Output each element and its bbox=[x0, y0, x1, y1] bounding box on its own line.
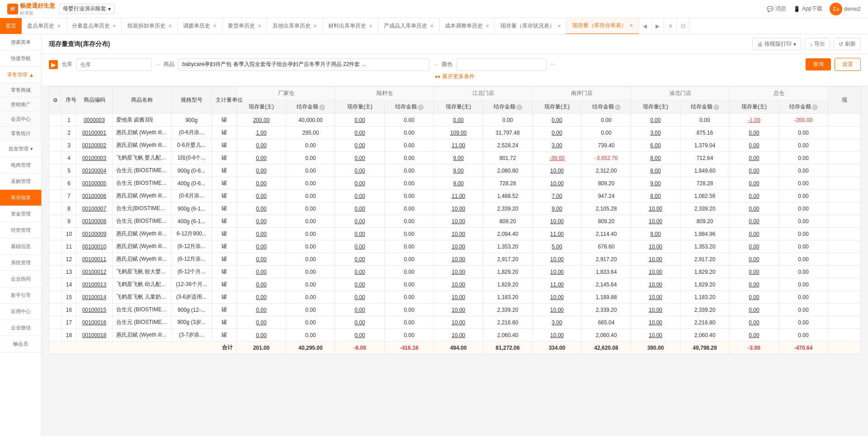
table-cell[interactable]: 10.00 bbox=[631, 329, 680, 342]
table-cell[interactable]: 0.00 bbox=[237, 240, 286, 253]
code-link[interactable]: 00100002 bbox=[76, 139, 113, 152]
tab-assemble[interactable]: 组装拆卸单历史 ✕ bbox=[122, 18, 178, 34]
sidebar-item-quicknav[interactable]: 快捷导航 bbox=[0, 51, 41, 67]
table-cell[interactable]: 10.00 bbox=[631, 240, 680, 253]
table-cell[interactable]: 200.00 bbox=[237, 114, 286, 127]
code-link[interactable]: 00100005 bbox=[76, 177, 113, 190]
table-cell[interactable]: 10.00 bbox=[631, 215, 680, 228]
tab-close-all-btn[interactable]: ✕ bbox=[664, 18, 677, 34]
table-cell[interactable]: 0.00 bbox=[730, 190, 779, 202]
store-selector[interactable]: 母婴行业演示陈套 ▾ bbox=[59, 4, 115, 14]
table-cell[interactable]: 0.00 bbox=[730, 139, 779, 152]
table-cell[interactable]: 11.00 bbox=[434, 139, 483, 152]
sidebar-item-inventory[interactable]: 库存核算 bbox=[0, 190, 41, 206]
table-cell[interactable]: 0.00 bbox=[335, 139, 385, 152]
table-cell[interactable]: 10.00 bbox=[533, 291, 582, 304]
query-btn[interactable]: 查询 bbox=[806, 58, 831, 70]
warehouse-input[interactable] bbox=[76, 58, 152, 71]
setting-btn[interactable]: 设置 bbox=[835, 58, 861, 71]
table-cell[interactable]: 0.00 bbox=[237, 164, 286, 177]
table-cell[interactable]: 10.00 bbox=[434, 278, 483, 291]
table-cell[interactable]: 0.00 bbox=[335, 190, 385, 202]
print-btn[interactable]: 🖨 按模版打印 ▾ bbox=[752, 38, 801, 50]
user-avatar[interactable]: Ea demo2 bbox=[830, 3, 861, 15]
tab-prev-btn[interactable]: ◀ bbox=[639, 18, 651, 34]
table-cell[interactable]: 0.00 bbox=[237, 152, 286, 164]
table-cell[interactable]: 0.00 bbox=[434, 114, 483, 127]
table-cell[interactable]: 0.00 bbox=[237, 139, 286, 152]
table-cell[interactable]: 0.00 bbox=[237, 177, 286, 190]
code-link[interactable]: 00100012 bbox=[76, 266, 113, 278]
table-cell[interactable]: -39.00 bbox=[533, 152, 582, 164]
sidebar-item-ops[interactable]: 经营管理 bbox=[0, 222, 41, 239]
table-cell[interactable]: 6.00 bbox=[631, 139, 680, 152]
code-link[interactable]: 00100008 bbox=[76, 215, 113, 228]
table-cell[interactable]: 0.00 bbox=[237, 291, 286, 304]
table-cell[interactable]: 10.00 bbox=[631, 278, 680, 291]
tab-purchase-order[interactable]: 要货单历史 ✕ bbox=[222, 18, 267, 34]
expand-conditions-btn[interactable]: ▾▾ 展开更多条件 bbox=[435, 73, 475, 80]
table-cell[interactable]: 0.00 bbox=[237, 278, 286, 291]
table-cell[interactable]: 0.00 bbox=[237, 202, 286, 215]
table-cell[interactable]: 11.00 bbox=[533, 278, 582, 291]
info-icon[interactable]: i bbox=[418, 104, 424, 110]
table-cell[interactable]: 10.00 bbox=[434, 266, 483, 278]
table-cell[interactable]: 10.00 bbox=[434, 240, 483, 253]
table-cell[interactable]: 10.00 bbox=[533, 164, 582, 177]
table-cell[interactable]: 10.00 bbox=[434, 228, 483, 240]
tab-product-in[interactable]: 产成品入库单历史 ✕ bbox=[378, 18, 439, 34]
table-cell[interactable]: 0.00 bbox=[730, 215, 779, 228]
table-cell[interactable]: 0.00 bbox=[730, 152, 779, 164]
table-cell[interactable]: 10.00 bbox=[434, 329, 483, 342]
tab-next-btn[interactable]: ▶ bbox=[651, 18, 664, 34]
table-cell[interactable]: 0.00 bbox=[730, 228, 779, 240]
table-cell[interactable]: 0.00 bbox=[730, 278, 779, 291]
tab-home[interactable]: 首页 bbox=[0, 18, 22, 34]
table-cell[interactable]: 3.00 bbox=[533, 139, 582, 152]
table-cell[interactable]: 0.00 bbox=[237, 329, 286, 342]
table-cell[interactable]: 0.00 bbox=[335, 164, 385, 177]
table-cell[interactable]: 10.00 bbox=[434, 291, 483, 304]
code-link[interactable]: 00100011 bbox=[76, 253, 113, 266]
close-icon[interactable]: ✕ bbox=[557, 23, 561, 28]
table-cell[interactable]: 0.00 bbox=[335, 177, 385, 190]
tab-material-out[interactable]: 材料出库单历史 ✕ bbox=[323, 18, 378, 34]
tab-cost-adjust[interactable]: 成本调整单历史 ✕ bbox=[439, 18, 495, 34]
table-cell[interactable]: 7.00 bbox=[533, 190, 582, 202]
table-cell[interactable]: 0.00 bbox=[730, 304, 779, 316]
table-cell[interactable]: 10.00 bbox=[631, 316, 680, 329]
export-btn[interactable]: ↓ 导出 bbox=[805, 38, 830, 50]
code-link[interactable]: 00100003 bbox=[76, 152, 113, 164]
table-cell[interactable]: 0.00 bbox=[730, 316, 779, 329]
table-cell[interactable]: 0.00 bbox=[237, 253, 286, 266]
info-icon[interactable]: i bbox=[319, 104, 325, 110]
table-cell[interactable]: 0.00 bbox=[730, 127, 779, 139]
table-cell[interactable]: 9.00 bbox=[434, 164, 483, 177]
table-cell[interactable]: 0.00 bbox=[335, 329, 385, 342]
table-cell[interactable]: 10.00 bbox=[533, 329, 582, 342]
table-cell[interactable]: 0.00 bbox=[730, 164, 779, 177]
close-icon[interactable]: ✕ bbox=[113, 23, 116, 28]
table-cell[interactable]: 9.00 bbox=[631, 177, 680, 190]
sidebar-item-search[interactable]: 搜索英单 bbox=[0, 34, 41, 51]
table-cell[interactable]: 0.00 bbox=[730, 253, 779, 266]
table-cell[interactable]: 0.00 bbox=[730, 202, 779, 215]
close-icon[interactable]: ✕ bbox=[57, 23, 61, 28]
table-cell[interactable]: 10.00 bbox=[533, 253, 582, 266]
code-link[interactable]: 00100009 bbox=[76, 228, 113, 240]
sidebar-item-ecommerce[interactable]: 电商管理 bbox=[0, 157, 41, 173]
code-link[interactable]: 00100016 bbox=[76, 316, 113, 329]
sidebar-item-member2[interactable]: 畅会员 bbox=[0, 336, 41, 352]
table-cell[interactable]: 10.00 bbox=[434, 202, 483, 215]
table-cell[interactable]: 0.00 bbox=[730, 240, 779, 253]
tab-transfer[interactable]: 调拨单历史 ✕ bbox=[178, 18, 222, 34]
info-icon[interactable]: i bbox=[615, 104, 621, 110]
table-cell[interactable]: 0.00 bbox=[335, 228, 385, 240]
close-icon[interactable]: ✕ bbox=[486, 23, 489, 28]
table-cell[interactable]: 0.00 bbox=[335, 127, 385, 139]
table-cell[interactable]: 0.00 bbox=[730, 177, 779, 190]
table-cell[interactable]: 0.00 bbox=[335, 114, 385, 127]
table-cell[interactable]: 8.00 bbox=[631, 164, 680, 177]
code-link[interactable]: 00100007 bbox=[76, 202, 113, 215]
messages-btn[interactable]: 💬 消息 bbox=[767, 5, 786, 13]
